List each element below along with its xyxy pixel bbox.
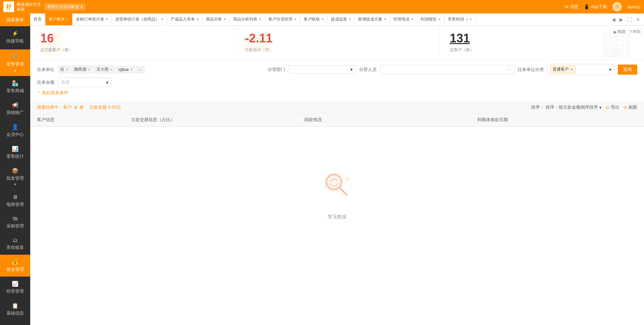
tab-product-analysis[interactable]: 商品分析 ✕: [203, 13, 230, 25]
tab-close-retail-profit[interactable]: ✕: [469, 17, 472, 21]
help-link[interactable]: ? 帮助: [630, 29, 641, 35]
sidebar-item-member-center[interactable]: 👤 会员中心: [0, 120, 30, 142]
query-button[interactable]: 查询: [618, 65, 637, 75]
svg-point-3: [345, 177, 349, 181]
tab-home[interactable]: 首页: [30, 13, 45, 25]
chevron-down-icon-balance: ▾: [106, 80, 109, 85]
sidebar-search[interactable]: 搜索菜单: [0, 13, 30, 26]
chevron-down-icon-category: ▾: [609, 67, 611, 72]
tag-close-wang[interactable]: ✕: [110, 68, 113, 71]
tab-close-raise-settings[interactable]: ✕: [348, 17, 351, 21]
person-dots[interactable]: ···: [507, 67, 511, 73]
tab-close-product-analysis[interactable]: ✕: [223, 17, 226, 21]
refresh-button[interactable]: ⟳ 刷新: [624, 104, 637, 110]
download-icon: 📱: [584, 4, 589, 9]
sidebar-item-basic-info[interactable]: 📋 基础信息: [0, 298, 30, 320]
tab-new-raise-plan[interactable]: 新增提成方案 ✕: [355, 13, 390, 25]
inventory-icon: 🗂: [12, 237, 18, 243]
tab-product-analysis-list[interactable]: 商品分析列表 ✕: [230, 13, 265, 25]
app-download-button[interactable]: 📱 App下载: [584, 4, 607, 10]
dept-label: 分管部门: [268, 67, 285, 73]
sidebar-item-quick-nav[interactable]: ⚡ 快捷导航: [0, 26, 30, 48]
message-icon: ✉: [565, 4, 568, 9]
sort-selector[interactable]: 排序： 排序：按欠款金额倒序排序 ▾: [531, 104, 602, 110]
member-icon: 👤: [12, 124, 18, 130]
tab-profit-report[interactable]: 利润报告 ✕: [417, 13, 444, 25]
tab-close-purchase-stats[interactable]: ✕: [161, 17, 164, 21]
stat-card-debit-customers: 💰 16 总欠款客户（家）: [30, 26, 235, 60]
stat-value-total-customers: 131: [450, 32, 470, 44]
tag-close-chen[interactable]: ✕: [88, 68, 90, 71]
stat-card-debit-total: 💳 -2.11 欠款合计（万）: [235, 26, 439, 60]
tab-customer-account[interactable]: 客户账本 ✕: [45, 13, 73, 25]
stats-icon: 📊: [12, 146, 18, 152]
table-body: 暂无数据: [30, 127, 644, 261]
tab-close-product-analysis-list[interactable]: ✕: [259, 17, 261, 21]
tab-close-profit-report[interactable]: ✕: [438, 17, 441, 21]
tab-expand[interactable]: ⛶: [626, 16, 633, 23]
balance-selector[interactable]: 选择... ▾: [58, 78, 112, 87]
sidebar-item-finance[interactable]: 💰 资金管理: [0, 255, 30, 277]
tab-customer-contact[interactable]: 客户联络 ✕: [300, 13, 328, 25]
export-button[interactable]: ⊙ 导出: [606, 104, 619, 110]
dept-selector[interactable]: ▾: [289, 65, 356, 74]
sidebar-item-retail-mall[interactable]: 🏪 零售商城: [0, 76, 30, 98]
sidebar-item-operation[interactable]: 📈 经营管理: [0, 277, 30, 298]
sidebar-item-purchase[interactable]: 🛍 采购管理: [0, 212, 30, 233]
tab-close-customer-account[interactable]: ✕: [66, 17, 69, 21]
finance-icon: 💰: [12, 259, 18, 265]
sidebar-item-sys-mgmt[interactable]: ⚙ 系统管理: [0, 320, 30, 325]
person-input[interactable]: ···: [380, 65, 514, 74]
sidebar-item-ecommerce[interactable]: 🖥 电商管理: [0, 190, 30, 212]
tag-close-cjttcw[interactable]: ✕: [130, 68, 133, 71]
filter-tag-cjttcw[interactable]: cjttcw ✕: [116, 66, 135, 73]
page-content: 💰 16 总欠款客户（家） 💳 -2.11 欠款合计（万） 🏢: [30, 26, 644, 325]
collapse-button[interactable]: ⌃ 收起更多条件: [37, 90, 637, 96]
sidebar-item-retail-mgmt[interactable]: 🛒 零售管理 ▲: [0, 49, 30, 76]
help-icon: ?: [630, 30, 632, 34]
tab-close-purchase-order[interactable]: ✕: [105, 17, 108, 21]
tab-retail-profit[interactable]: 零售利润（ ✕: [444, 13, 476, 25]
basic-info-icon: 📋: [12, 302, 18, 309]
stat-card-total-customers: 🏢 ▶ 视频 ? 帮助 131 总客户（家）: [440, 26, 644, 60]
tab-close-customer-contact[interactable]: ✕: [321, 17, 324, 21]
tab-product-entry[interactable]: 产成品入库单 ✕: [167, 13, 203, 25]
tab-close-customer-segment[interactable]: ✕: [294, 17, 297, 21]
filter-tag-wu[interactable]: 伍 ✕: [58, 66, 71, 73]
tag-close-wu[interactable]: ✕: [66, 68, 68, 71]
tab-purchase-order[interactable]: 采购订单统计表 ✕: [73, 13, 112, 25]
svg-line-2: [340, 188, 347, 195]
filter-tag-wang[interactable]: 王小亮 ✕: [94, 66, 115, 73]
chevron-down-icon-dept: ▾: [350, 67, 353, 72]
message-button[interactable]: ✉ 消息: [565, 4, 578, 10]
sidebar-item-retail-stats[interactable]: 📊 零售统计: [0, 142, 30, 164]
avatar[interactable]: D: [612, 2, 622, 11]
tab-close-new-raise-plan[interactable]: ✕: [384, 17, 386, 21]
stats-row: 💰 16 总欠款客户（家） 💳 -2.11 欠款合计（万） 🏢: [30, 26, 644, 60]
sidebar-item-inventory[interactable]: 🗂 库存核算: [0, 233, 30, 255]
tab-close-operation-status[interactable]: ✕: [411, 17, 414, 21]
sidebar-item-wholesale[interactable]: 📦 批发管理 ▼: [0, 164, 30, 190]
video-link[interactable]: ▶ 视频: [614, 29, 626, 35]
tab-operation-status[interactable]: 经营情况 ✕: [390, 13, 417, 25]
empty-state: 暂无数据: [320, 148, 354, 240]
filter-tag-chen[interactable]: 陈民强 ✕: [72, 66, 93, 73]
sidebar-item-marketing[interactable]: 📢 营销推广: [0, 98, 30, 120]
person-label: 分管人员: [359, 67, 377, 73]
play-icon: ▶: [614, 30, 617, 34]
tab-nav-left[interactable]: ◀: [610, 16, 617, 23]
tab-close-product-entry[interactable]: ✕: [196, 17, 199, 21]
category-selector[interactable]: 普通客户 ✕ ▾: [547, 64, 614, 75]
tab-bar: 首页 客户账本 ✕ 采购订单统计表 ✕ 进货单统计表（按商品） ✕ 产成品入库单…: [30, 13, 644, 26]
tab-nav-right[interactable]: ▶: [618, 16, 625, 23]
category-tag-close[interactable]: ✕: [570, 67, 573, 72]
tab-raise-settings[interactable]: 提成设置 ✕: [328, 13, 355, 25]
unit-label: 往来单位: [37, 67, 54, 73]
tab-customer-segment[interactable]: 客户分层经营 ✕: [265, 13, 300, 25]
tab-purchase-stats[interactable]: 进货单统计表（按商品） ✕: [112, 13, 167, 25]
industry-selector[interactable]: 母婴行业演示帐套 ▾: [44, 3, 85, 10]
filter-tag-more[interactable]: ···: [136, 66, 144, 73]
tab-close-all[interactable]: ✕: [635, 16, 641, 23]
filter-row-1: 往来单位 伍 ✕ 陈民强 ✕ 王小亮: [37, 64, 637, 75]
logo-area: 好 畅捷通好生意 标版: [3, 1, 41, 12]
